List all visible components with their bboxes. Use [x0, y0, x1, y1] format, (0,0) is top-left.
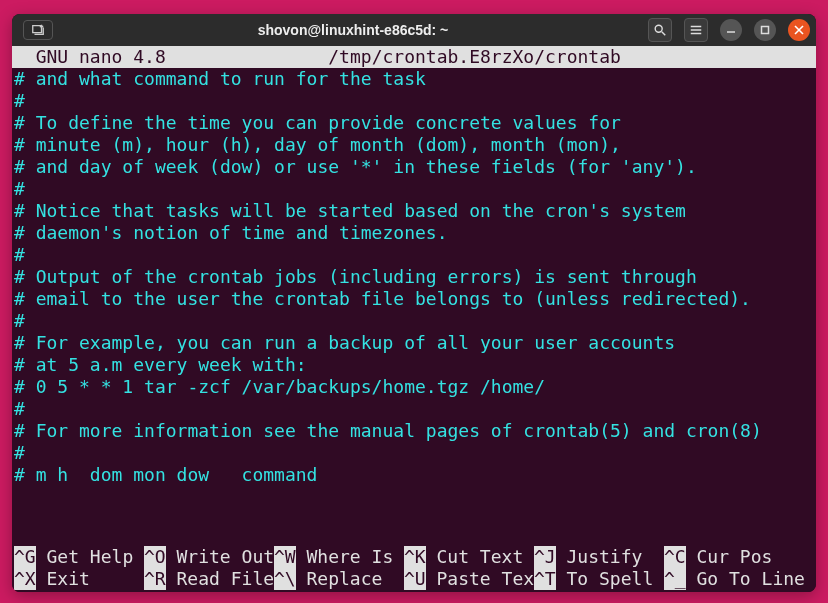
nano-line: # and day of week (dow) or use '*' in th… — [14, 156, 814, 178]
svg-rect-6 — [762, 27, 769, 34]
shortcut-key: ^T — [534, 568, 556, 590]
nano-shortcut: ^_ Go To Line — [664, 568, 794, 590]
nano-shortcut: ^G Get Help — [14, 546, 144, 568]
shortcut-label: To Spell — [556, 568, 675, 590]
shortcut-key: ^J — [534, 546, 556, 568]
nano-file-path: /tmp/crontab.E8rzXo/crontab — [328, 46, 621, 68]
shortcut-key: ^X — [14, 568, 36, 590]
nano-shortcut: ^\ Replace — [274, 568, 404, 590]
svg-point-0 — [655, 25, 662, 32]
nano-shortcut: ^T To Spell — [534, 568, 664, 590]
shortcut-label: Cut Text — [426, 546, 545, 568]
nano-header: GNU nano 4.8 /tmp/crontab.E8rzXo/crontab — [12, 46, 816, 68]
hamburger-icon — [689, 23, 703, 37]
nano-content[interactable]: # and what command to run for the task##… — [12, 68, 816, 546]
close-button[interactable] — [788, 19, 810, 41]
nano-app-name: GNU nano 4.8 — [14, 46, 166, 68]
terminal-window: shovon@linuxhint-e86c5d: ~ GNU nano 4.8 — [12, 14, 816, 592]
window-title: shovon@linuxhint-e86c5d: ~ — [70, 22, 636, 38]
shortcut-label: Get Help — [36, 546, 155, 568]
nano-line: # email to the user the crontab file bel… — [14, 288, 814, 310]
shortcut-label: Go To Line — [686, 568, 805, 590]
menu-button[interactable] — [684, 18, 708, 42]
maximize-button[interactable] — [754, 19, 776, 41]
shortcut-key: ^\ — [274, 568, 296, 590]
nano-shortcut: ^K Cut Text — [404, 546, 534, 568]
nano-line: # — [14, 398, 814, 420]
titlebar: shovon@linuxhint-e86c5d: ~ — [12, 14, 816, 46]
nano-line: # m h dom mon dow command — [14, 464, 814, 486]
nano-shortcut: ^U Paste Text — [404, 568, 534, 590]
titlebar-right — [648, 18, 810, 42]
nano-line: # — [14, 442, 814, 464]
nano-header-spacer — [166, 46, 329, 68]
shortcut-key: ^R — [144, 568, 166, 590]
nano-line: # and what command to run for the task — [14, 68, 814, 90]
nano-line: # Output of the crontab jobs (including … — [14, 266, 814, 288]
minimize-button[interactable] — [720, 19, 742, 41]
nano-shortcut: ^C Cur Pos — [664, 546, 794, 568]
shortcut-key: ^C — [664, 546, 686, 568]
new-tab-button[interactable] — [23, 20, 53, 40]
nano-footer: ^G Get Help ^O Write Out ^W Where Is ^K … — [12, 546, 816, 592]
shortcut-label: Write Out — [166, 546, 285, 568]
nano-line: # For more information see the manual pa… — [14, 420, 814, 442]
search-icon — [653, 23, 667, 37]
terminal-body[interactable]: GNU nano 4.8 /tmp/crontab.E8rzXo/crontab… — [12, 46, 816, 592]
nano-line: # Notice that tasks will be started base… — [14, 200, 814, 222]
nano-line: # For example, you can run a backup of a… — [14, 332, 814, 354]
shortcut-key: ^W — [274, 546, 296, 568]
nano-line: # — [14, 244, 814, 266]
nano-shortcut: ^R Read File — [144, 568, 274, 590]
shortcut-key: ^U — [404, 568, 426, 590]
titlebar-left — [18, 19, 58, 41]
shortcut-key: ^_ — [664, 568, 686, 590]
nano-line: # To define the time you can provide con… — [14, 112, 814, 134]
search-button[interactable] — [648, 18, 672, 42]
nano-line: # — [14, 310, 814, 332]
new-tab-icon — [31, 23, 45, 37]
nano-line: # daemon's notion of time and timezones. — [14, 222, 814, 244]
nano-line: # — [14, 90, 814, 112]
shortcut-label: Exit — [36, 568, 155, 590]
nano-shortcut-row-1: ^G Get Help ^O Write Out ^W Where Is ^K … — [14, 546, 814, 568]
nano-shortcut: ^X Exit — [14, 568, 144, 590]
maximize-icon — [760, 25, 770, 35]
nano-shortcut: ^W Where Is — [274, 546, 404, 568]
shortcut-label: Justify — [556, 546, 675, 568]
close-icon — [794, 25, 804, 35]
shortcut-label: Read File — [166, 568, 285, 590]
shortcut-label: Cur Pos — [686, 546, 805, 568]
nano-shortcut: ^O Write Out — [144, 546, 274, 568]
shortcut-key: ^K — [404, 546, 426, 568]
nano-line: # at 5 a.m every week with: — [14, 354, 814, 376]
minimize-icon — [726, 25, 736, 35]
nano-line: # minute (m), hour (h), day of month (do… — [14, 134, 814, 156]
shortcut-key: ^G — [14, 546, 36, 568]
shortcut-label: Paste Text — [426, 568, 545, 590]
shortcut-key: ^O — [144, 546, 166, 568]
shortcut-label: Where Is — [296, 546, 415, 568]
nano-shortcut: ^J Justify — [534, 546, 664, 568]
nano-line: # — [14, 178, 814, 200]
svg-line-1 — [662, 32, 666, 36]
nano-shortcut-row-2: ^X Exit ^R Read File ^\ Replace ^U Paste… — [14, 568, 814, 590]
nano-line: # 0 5 * * 1 tar -zcf /var/backups/home.t… — [14, 376, 814, 398]
shortcut-label: Replace — [296, 568, 415, 590]
